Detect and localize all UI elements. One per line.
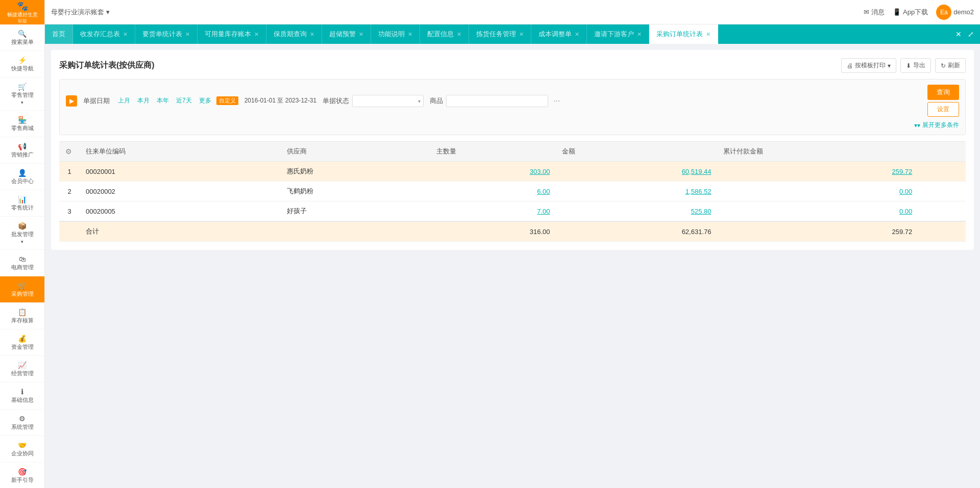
- nav-tab-close-9[interactable]: ✕: [575, 31, 579, 38]
- status-select[interactable]: 全部: [352, 95, 424, 107]
- sidebar-item-系统管理[interactable]: ⚙ 系统管理: [0, 409, 44, 436]
- nav-tab-close-2[interactable]: ✕: [185, 31, 190, 38]
- refresh-label: 刷新: [948, 61, 960, 70]
- shortcut-7days[interactable]: 近7天: [174, 95, 194, 106]
- nav-tab-6[interactable]: 功能说明✕: [371, 24, 420, 44]
- app-logo: 🐾 畅捷通好生意 标版: [0, 0, 44, 24]
- message-btn[interactable]: ✉ 消息: [864, 8, 885, 17]
- cell-seq-1: 2: [59, 182, 80, 201]
- goods-filter-field: 商品 ···: [430, 95, 562, 107]
- cell-code-1: 00020002: [80, 182, 281, 201]
- footer-qty: 316.00: [430, 221, 556, 242]
- sidebar-label-16: 新手引导: [11, 477, 34, 483]
- table-container: ⚙ 往来单位编码 供应商 主数量: [59, 141, 966, 242]
- page-actions: 🖨 按模板打印 ▾ ⬇ 导出 ↻ 刷新: [841, 58, 966, 73]
- nav-tab-close-3[interactable]: ✕: [254, 31, 259, 38]
- close-tab-btn[interactable]: ✕: [953, 29, 964, 39]
- sidebar-item-会员中心[interactable]: 👤 会员中心: [0, 164, 44, 190]
- app-download-label: App下载: [903, 8, 928, 17]
- cell-amount-1: 1,586.52: [556, 182, 717, 201]
- sidebar-label-5: 会员中心: [11, 178, 34, 185]
- nav-tab-close-1[interactable]: ✕: [123, 31, 128, 38]
- cell-paid-1: 0.00: [717, 182, 918, 201]
- goods-input[interactable]: [446, 95, 548, 107]
- nav-tab-close-11[interactable]: ✕: [706, 31, 710, 38]
- nav-tab-close-7[interactable]: ✕: [457, 31, 461, 38]
- export-btn[interactable]: ⬇ 导出: [900, 58, 931, 73]
- nav-tab-9[interactable]: 成本调整单✕: [531, 24, 587, 44]
- nav-tab-label-8: 拣货任务管理: [476, 30, 516, 39]
- col-settings: ⚙: [59, 142, 80, 162]
- sidebar-item-电商管理[interactable]: 🛍 电商管理: [0, 250, 44, 276]
- sidebar-item-新手引导[interactable]: 🎯 新手引导: [0, 463, 44, 488]
- nav-tab-3[interactable]: 可用量库存账本✕: [198, 24, 266, 44]
- footer-paid: 259.72: [717, 221, 918, 242]
- nav-tab-close-6[interactable]: ✕: [408, 31, 412, 38]
- nav-tab-close-8[interactable]: ✕: [519, 31, 524, 38]
- export-label: 导出: [913, 61, 925, 70]
- query-btn[interactable]: 查询: [927, 85, 959, 100]
- table-row[interactable]: 1 00020001 惠氏奶粉 303.00 60,519.44 259.72: [59, 162, 966, 182]
- sidebar-item-资金管理[interactable]: 💰 资金管理: [0, 329, 44, 356]
- sidebar-item-采购管理[interactable]: 🛒 采购管理: [0, 276, 44, 303]
- sidebar-item-库存核算[interactable]: 📋 库存核算: [0, 303, 44, 329]
- company-selector[interactable]: 母婴行业演示账套 ▾: [51, 8, 133, 17]
- content-area: 采购订单统计表(按供应商) 🖨 按模板打印 ▾ ⬇ 导出 ↻ 刷新: [45, 44, 980, 488]
- nav-tab-2[interactable]: 要货单统计表✕: [135, 24, 198, 44]
- nav-tab-label-4: 保质期查询: [274, 30, 307, 39]
- sidebar-item-批发管理[interactable]: 📦 批发管理 ▾: [0, 217, 44, 249]
- table-settings-icon[interactable]: ⚙: [65, 147, 72, 156]
- filter-toggle-btn[interactable]: ▶: [66, 95, 77, 107]
- sidebar-icon-0: 🔍: [18, 30, 27, 38]
- goods-filter-label: 商品: [430, 96, 443, 106]
- sidebar-label-4: 营销推广: [11, 151, 34, 158]
- nav-tab-label-11: 采购订单统计表: [656, 30, 703, 39]
- date-shortcuts: 上月 本月 本年 近7天 更多 自定义: [116, 95, 238, 106]
- shortcut-last-month[interactable]: 上月: [116, 95, 132, 106]
- page-header: 采购订单统计表(按供应商) 🖨 按模板打印 ▾ ⬇ 导出 ↻ 刷新: [59, 58, 966, 73]
- expand-more-btn[interactable]: ▾▾ 展开更多条件: [914, 121, 959, 130]
- nav-tab-4[interactable]: 保质期查询✕: [266, 24, 322, 44]
- setting-btn[interactable]: 设置: [927, 102, 959, 117]
- status-select-wrapper: 全部 ▾: [352, 95, 424, 107]
- app-download-btn[interactable]: 📱 App下载: [893, 8, 928, 17]
- export-icon: ⬇: [906, 62, 911, 69]
- shortcut-more[interactable]: 更多: [197, 95, 213, 106]
- goods-more-btn[interactable]: ···: [551, 96, 562, 106]
- sidebar-item-零售管理[interactable]: 🛒 零售管理 ▾: [0, 78, 44, 110]
- nav-tab-10[interactable]: 邀请下游客户✕: [587, 24, 649, 44]
- sidebar-label-10: 库存核算: [11, 317, 34, 324]
- refresh-btn[interactable]: ↻ 刷新: [935, 58, 966, 73]
- sidebar-item-零售商城[interactable]: 🏪 零售商城: [0, 111, 44, 137]
- nav-tab-1[interactable]: 收发存汇总表✕: [73, 24, 135, 44]
- nav-tab-7[interactable]: 配置信息✕: [420, 24, 469, 44]
- sidebar-item-经营管理[interactable]: 📈 经营管理: [0, 356, 44, 382]
- table-row[interactable]: 2 00020002 飞鹤奶粉 6.00 1,586.52 0.00: [59, 182, 966, 201]
- nav-tab-close-4[interactable]: ✕: [310, 31, 314, 38]
- table-row[interactable]: 3 00020005 好孩子 7.00 525.80 0.00: [59, 201, 966, 222]
- sidebar-label-0: 搜索菜单: [11, 39, 34, 45]
- sidebar-item-企业协同[interactable]: 🤝 企业协同: [0, 436, 44, 463]
- shortcut-this-month[interactable]: 本月: [135, 95, 152, 106]
- sidebar-item-零售统计[interactable]: 📊 零售统计: [0, 190, 44, 217]
- app-download-icon: 📱: [893, 8, 901, 16]
- sidebar-item-营销推广[interactable]: 📢 营销推广: [0, 137, 44, 164]
- sidebar-item-基础信息[interactable]: ℹ 基础信息: [0, 382, 44, 409]
- shortcut-this-year[interactable]: 本年: [155, 95, 171, 106]
- col-header-supplier: 供应商: [281, 142, 430, 162]
- sidebar-label-13: 基础信息: [11, 397, 34, 403]
- nav-tab-close-5[interactable]: ✕: [359, 31, 363, 38]
- nav-tab-0[interactable]: 首页: [45, 24, 73, 44]
- nav-tab-5[interactable]: 超储预警✕: [322, 24, 371, 44]
- nav-tab-11[interactable]: 采购订单统计表✕: [649, 24, 718, 44]
- maximize-tab-btn[interactable]: ⤢: [966, 29, 976, 39]
- nav-tab-label-10: 邀请下游客户: [594, 30, 634, 39]
- nav-tab-close-10[interactable]: ✕: [637, 31, 642, 38]
- user-btn[interactable]: Ea demo2: [936, 5, 974, 20]
- sidebar-label-1: 快捷导航: [11, 65, 34, 72]
- cell-paid-2: 0.00: [717, 201, 918, 222]
- print-btn[interactable]: 🖨 按模板打印 ▾: [841, 58, 896, 73]
- sidebar-item-快捷导航[interactable]: ⚡ 快捷导航: [0, 51, 44, 78]
- sidebar-item-搜索菜单[interactable]: 🔍 搜索菜单: [0, 24, 44, 51]
- nav-tab-8[interactable]: 拣货任务管理✕: [469, 24, 531, 44]
